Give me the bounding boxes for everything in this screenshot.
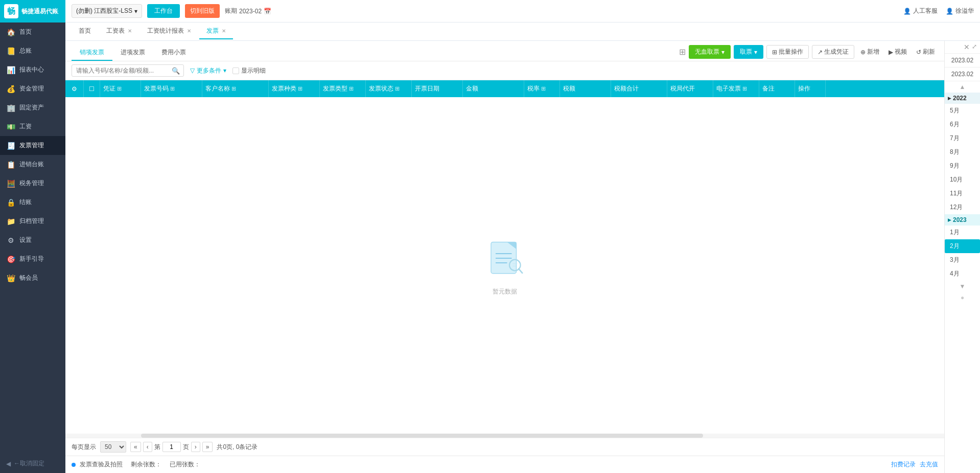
tab-close-3[interactable]: ✕: [222, 28, 226, 34]
th-date[interactable]: 开票日期: [412, 80, 463, 97]
more-filter-button[interactable]: ▽ 更多条件 ▾: [190, 66, 226, 75]
th-tax-code[interactable]: 税局代开: [667, 80, 713, 97]
new-button[interactable]: ⊕ 新增: [857, 46, 882, 58]
company-selector[interactable]: (勿删) 江西股宝-LSS ▾: [72, 4, 142, 18]
scrollbar-area[interactable]: [65, 434, 944, 438]
month-2022-10月[interactable]: 10月: [945, 173, 980, 187]
last-page-btn[interactable]: »: [202, 442, 213, 452]
sidebar-item-发票管理[interactable]: 🧾发票管理: [0, 136, 65, 155]
date-up-btn[interactable]: ▲: [945, 81, 980, 93]
avatar-icon: 👤: [946, 8, 953, 15]
sidebar-item-税务管理[interactable]: 🧮税务管理: [0, 174, 65, 193]
tab-发票[interactable]: 发票✕: [199, 24, 233, 39]
workbench-button[interactable]: 工作台: [147, 4, 180, 18]
date-panel: ✕ ⤢ 2023.02 2023.02 ▲ ▸ 2022 5月6月7月8月9月1…: [944, 41, 980, 473]
sidebar-item-总账[interactable]: 📒总账: [0, 41, 65, 60]
no-tax-button[interactable]: 无血取票 ▾: [689, 45, 731, 59]
tab-close-1[interactable]: ✕: [128, 28, 132, 34]
period-label: 账期: [225, 7, 237, 15]
sub-tab-sales[interactable]: 销项发票: [72, 45, 112, 61]
sidebar-item-报表中心[interactable]: 📊报表中心: [0, 60, 65, 79]
dropdown-arrow: ▾: [721, 49, 725, 56]
page-suffix: 页: [183, 443, 189, 452]
switch-old-button[interactable]: 切到旧版: [185, 4, 220, 18]
pin-label: ←取消固定: [14, 459, 44, 468]
next-page-btn[interactable]: ›: [191, 442, 200, 452]
month-2022-5月[interactable]: 5月: [945, 104, 980, 118]
sidebar-item-资金管理[interactable]: 💰资金管理: [0, 79, 65, 98]
month-2023-4月[interactable]: 4月: [945, 267, 980, 281]
tab-bar: 首页工资表✕工资统计报表✕发票✕: [65, 22, 980, 41]
month-2022-11月[interactable]: 11月: [945, 187, 980, 200]
refresh-button[interactable]: ↺ 刷新: [913, 46, 938, 58]
user-avatar[interactable]: 👤 徐溢华: [946, 7, 974, 15]
scrollbar-thumb[interactable]: [141, 434, 703, 438]
page-input[interactable]: [162, 442, 181, 452]
th-check[interactable]: ☐: [84, 80, 100, 97]
month-2023-3月[interactable]: 3月: [945, 253, 980, 267]
sidebar-item-结账[interactable]: 🔒结账: [0, 193, 65, 212]
tab-首页[interactable]: 首页: [72, 24, 98, 39]
date-down-btn[interactable]: ▼: [945, 281, 980, 292]
th-customer[interactable]: 客户名称 ⊞: [202, 80, 269, 97]
per-page-select[interactable]: 50 10 20 100: [100, 441, 126, 453]
panel-close-btn[interactable]: ✕: [964, 43, 970, 51]
th-remark[interactable]: 备注: [759, 80, 795, 97]
batch-ops-button[interactable]: ⊞ 批量操作: [766, 45, 809, 59]
month-2022-7月[interactable]: 7月: [945, 131, 980, 145]
date-down-btn2[interactable]: ●: [945, 292, 980, 303]
th-amount[interactable]: 金额: [463, 80, 524, 97]
panel-expand-btn[interactable]: ⤢: [972, 43, 977, 51]
add-record-link[interactable]: 扣费记录: [891, 460, 916, 469]
video-button[interactable]: ▶ 视频: [885, 46, 910, 58]
th-settings[interactable]: ⚙: [65, 80, 84, 97]
month-2-active[interactable]: 2月: [945, 239, 980, 253]
th-tax-rate[interactable]: 税率 ⊞: [524, 80, 560, 97]
th-tax[interactable]: 税额: [560, 80, 611, 97]
sidebar-pin-toggle[interactable]: ◀ ←取消固定: [0, 454, 65, 473]
generate-voucher-button[interactable]: ↗ 生成凭证: [812, 45, 854, 59]
main-area: (勿删) 江西股宝-LSS ▾ 工作台 切到旧版 账期 2023-02 📅 👤 …: [65, 0, 980, 473]
sub-tab-purchase[interactable]: 进项发票: [112, 45, 153, 61]
sidebar-item-固定资产[interactable]: 🏢固定资产: [0, 98, 65, 117]
header-right: 👤 人工客服 👤 徐溢华: [903, 7, 974, 15]
grid-view-icon[interactable]: ⊞: [679, 47, 686, 57]
month-2022-6月[interactable]: 6月: [945, 118, 980, 131]
sidebar-item-设置[interactable]: ⚙设置: [0, 231, 65, 250]
tab-label-2: 工资统计报表: [147, 27, 184, 35]
th-status[interactable]: 发票状态 ⊞: [366, 80, 412, 97]
sidebar-item-进销台账[interactable]: 📋进销台账: [0, 155, 65, 174]
th-voucher[interactable]: 凭证 ⊞: [100, 80, 141, 97]
prev-page-btn[interactable]: ‹: [143, 442, 152, 452]
th-invoice-type2[interactable]: 发票类型 ⊞: [320, 80, 366, 97]
th-e-invoice[interactable]: 电子发票 ⊞: [713, 80, 759, 97]
sidebar-item-畅会员[interactable]: 👑畅会员: [0, 268, 65, 287]
month-2022-12月[interactable]: 12月: [945, 200, 980, 214]
sidebar-item-归档管理[interactable]: 📁归档管理: [0, 212, 65, 231]
ai-service[interactable]: 👤 人工客服: [903, 7, 938, 15]
th-invoice-type[interactable]: 发票种类 ⊞: [269, 80, 320, 97]
sub-tab-expense[interactable]: 费用小票: [153, 45, 194, 61]
tab-工资统计报表[interactable]: 工资统计报表✕: [140, 24, 198, 39]
th-invoice-no[interactable]: 发票号码 ⊞: [141, 80, 202, 97]
sidebar-item-工资[interactable]: 💵工资: [0, 117, 65, 136]
voucher-icon: ↗: [818, 49, 823, 56]
tab-工资表[interactable]: 工资表✕: [99, 24, 139, 39]
panel-controls: ✕ ⤢: [945, 41, 980, 54]
month-2022-9月[interactable]: 9月: [945, 159, 980, 173]
tab-close-2[interactable]: ✕: [187, 28, 191, 34]
sidebar-item-首页[interactable]: 🏠首页: [0, 22, 65, 41]
go-recharge-link[interactable]: 去充值: [920, 460, 938, 469]
take-ticket-button[interactable]: 取票 ▾: [734, 45, 763, 59]
show-detail-checkbox[interactable]: [232, 67, 239, 74]
page-controls: « ‹ 第 页 › »: [130, 442, 213, 452]
month-2022-8月[interactable]: 8月: [945, 145, 980, 159]
sidebar-item-新手引导[interactable]: 🎯新手引导: [0, 250, 65, 268]
sidebar-label-12: 新手引导: [19, 255, 44, 263]
month-1[interactable]: 1月: [945, 226, 980, 239]
sidebar-icon-8: 🧮: [6, 179, 15, 188]
th-tax-total[interactable]: 税额合计: [611, 80, 667, 97]
period-icon: 📅: [264, 8, 271, 15]
first-page-btn[interactable]: «: [130, 442, 141, 452]
search-input[interactable]: [72, 64, 184, 77]
